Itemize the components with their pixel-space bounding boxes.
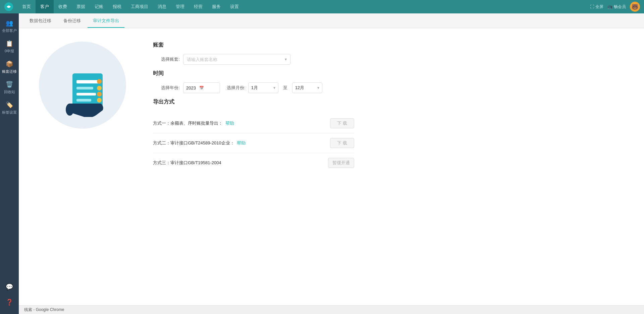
tab-backup-migrate[interactable]: 备份迁移 [58,14,86,28]
sidebar-label-tag-settings: 标签设置 [2,110,17,115]
export-method-2-text: 方式二：审计接口GB/T24589-2010企业： 帮助 [153,140,330,146]
download-button-1[interactable]: 下 载 [330,118,354,128]
svg-rect-4 [76,93,96,96]
logo [3,1,15,13]
illustration-svg [56,53,109,117]
svg-rect-3 [76,87,93,89]
nav-fee[interactable]: 收费 [54,0,72,13]
download-button-2[interactable]: 下 载 [330,138,354,148]
sidebar: 👥 全部客户 📋 0申报 📦 账套迁移 🗑️ 回收站 🏷️ 标签设置 💬 ❓ [0,13,19,314]
month-label: 选择月份: [227,85,246,91]
export-method-1-text: 方式一：余额表、序时账批量导出： 帮助 [153,120,330,126]
sidebar-label-all-customers: 全部客户 [2,28,17,33]
account-section-title: 账套 [153,42,354,49]
svg-point-6 [97,79,102,84]
tag-icon: 🏷️ [6,101,13,109]
account-input[interactable] [187,57,285,62]
nav-tax[interactable]: 报税 [108,0,126,13]
export-section-title: 导出方式 [153,99,354,106]
nav-business[interactable]: 工商项目 [126,0,153,13]
sidebar-label-recycle: 回收站 [4,89,15,95]
sidebar-item-recycle[interactable]: 🗑️ 回收站 [0,77,19,98]
recycle-icon: 🗑️ [6,81,13,88]
time-section-title: 时间 [153,70,354,77]
month-end-select[interactable]: 12月 ▾ [292,82,322,93]
page-content: 账套 选择账套: ▾ 时间 选择年份: 2023 📅 [19,28,644,305]
account-form-row: 选择账套: ▾ [153,54,354,65]
migrate-icon: 📦 [6,60,13,68]
nav-settings[interactable]: 设置 [225,0,244,13]
svg-point-8 [97,92,102,97]
sidebar-label-account-migrate: 账套迁移 [2,69,17,74]
year-select[interactable]: 2023 📅 [183,82,220,93]
illustration-wrap [39,42,126,129]
nav-items: 首页 客户 收费 票据 记账 报税 工商项目 消息 管理 经营 服务 设置 [17,0,590,13]
nav-invoice[interactable]: 票据 [72,0,90,13]
year-label: 选择年份: [153,85,180,91]
time-form-row: 选择年份: 2023 📅 选择月份: 1月 ▾ 至 [153,82,354,93]
nav-customer[interactable]: 客户 [36,0,54,13]
sidebar-bottom: 💬 ❓ [4,280,14,314]
help-link-1[interactable]: 帮助 [225,121,234,126]
declare-icon: 📋 [6,40,13,47]
svg-point-10 [66,104,74,116]
nav-right: ⛶ 全屏 📺 畅会员 🐻 [590,2,644,12]
svg-rect-2 [76,80,99,83]
status-text: 线索 - Google Chrome [24,307,64,313]
sidebar-item-tag-settings[interactable]: 🏷️ 标签设置 [0,98,19,118]
export-method-1: 方式一：余额表、序时账批量导出： 帮助 下 载 [153,114,354,133]
fullscreen-button[interactable]: ⛶ 全屏 [590,4,603,10]
fullscreen-icon: ⛶ [590,4,594,9]
sidebar-item-all-customers[interactable]: 👥 全部客户 [0,16,19,37]
status-bar: 线索 - Google Chrome [19,305,644,314]
fullscreen-label: 全屏 [595,4,603,10]
export-section: 方式一：余额表、序时账批量导出： 帮助 下 载 方式二：审计接口GB/T2458… [153,114,354,173]
tab-data-migrate[interactable]: 数据包迁移 [24,14,57,28]
month-start-select[interactable]: 1月 ▾ [248,82,278,93]
to-text: 至 [283,85,287,91]
export-method-2: 方式二：审计接口GB/T24589-2010企业： 帮助 下 载 [153,133,354,153]
nav-operation[interactable]: 经营 [189,0,207,13]
sidebar-label-zero-declare: 0申报 [5,49,14,54]
customers-icon: 👥 [6,19,13,27]
time-row: 2023 📅 选择月份: 1月 ▾ 至 12月 ▾ [183,82,322,93]
account-label: 选择账套: [153,56,180,62]
sidebar-item-chat[interactable]: 💬 [4,280,14,293]
nav-manage[interactable]: 管理 [171,0,189,13]
avatar[interactable]: 🐻 [630,2,640,12]
sidebar-item-account-migrate[interactable]: 📦 账套迁移 [0,57,19,77]
month-end-arrow: ▾ [317,85,319,90]
content-area: 数据包迁移 备份迁移 审计文件导出 [19,13,644,314]
open-soon-button[interactable]: 暂缓开通 [328,158,354,168]
svg-rect-5 [76,99,91,102]
month-end-value: 12月 [295,85,304,91]
export-method-3-text: 方式三：审计接口GB/T19581-2004 [153,160,328,166]
help-link-2[interactable]: 帮助 [237,140,246,145]
nav-message[interactable]: 消息 [153,0,171,13]
year-value: 2023 [186,85,196,90]
svg-point-9 [97,98,102,103]
sidebar-item-zero-declare[interactable]: 📋 0申报 [0,37,19,57]
form-area: 账套 选择账套: ▾ 时间 选择年份: 2023 📅 [153,42,354,173]
top-nav: 首页 客户 收费 票据 记账 报税 工商项目 消息 管理 经营 服务 设置 ⛶ … [0,0,644,13]
illustration-circle [39,42,126,129]
export-method-3: 方式三：审计接口GB/T19581-2004 暂缓开通 [153,153,354,173]
vip-icon: 📺 [607,4,612,9]
tabs-bar: 数据包迁移 备份迁移 审计文件导出 [19,13,644,28]
sidebar-item-help[interactable]: ❓ [4,296,14,309]
nav-service[interactable]: 服务 [207,0,225,13]
svg-point-7 [97,86,102,90]
month-start-arrow: ▾ [273,85,275,90]
account-dropdown-arrow: ▾ [285,57,287,62]
year-calendar-icon: 📅 [199,86,204,90]
nav-bookkeeping[interactable]: 记账 [90,0,108,13]
vip-label: 畅会员 [614,4,626,10]
month-start-value: 1月 [251,85,258,91]
nav-home[interactable]: 首页 [17,0,36,13]
chat-icon: 💬 [6,283,13,291]
account-select[interactable]: ▾ [183,54,290,65]
vip-button[interactable]: 📺 畅会员 [607,4,626,10]
tab-audit-export[interactable]: 审计文件导出 [88,14,124,28]
main-layout: 👥 全部客户 📋 0申报 📦 账套迁移 🗑️ 回收站 🏷️ 标签设置 💬 ❓ [0,13,644,314]
help-icon: ❓ [6,299,13,306]
